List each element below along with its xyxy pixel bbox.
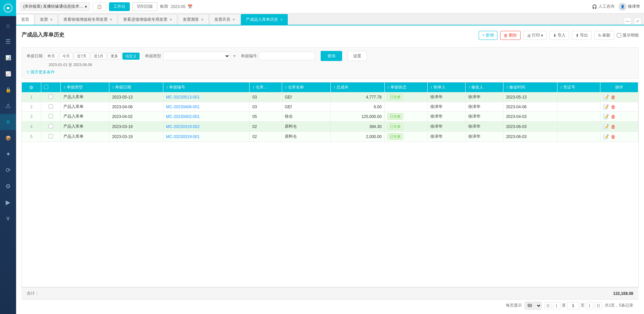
- edit-icon-1[interactable]: 📝: [603, 95, 609, 100]
- page-number-input[interactable]: [567, 302, 579, 309]
- doc-link[interactable]: MC-20230513-001: [166, 95, 200, 100]
- switch-button[interactable]: 切到旧版: [132, 2, 157, 11]
- doc-link[interactable]: MC-20230319-002: [166, 124, 200, 129]
- edit-icon-5[interactable]: 📝: [603, 134, 609, 139]
- delete-icon-2[interactable]: 🗑: [611, 104, 615, 110]
- row-checkbox[interactable]: [49, 95, 53, 99]
- col-type-header[interactable]: ↕ 单据类型: [61, 82, 109, 92]
- tab-calc-close[interactable]: ✕: [201, 18, 204, 21]
- company-selector[interactable]: (库存核算) 直播轻缘通信息技术股份... ▾: [20, 2, 90, 11]
- tab-sales-vat-close[interactable]: ✕: [110, 18, 112, 21]
- next-page-button[interactable]: ⟩: [586, 302, 593, 309]
- row-checkbox[interactable]: [49, 134, 53, 138]
- row-checkbox[interactable]: [49, 114, 53, 118]
- tab-open-close[interactable]: ✕: [232, 18, 235, 21]
- sidebar-item-chart[interactable]: 📈: [0, 66, 16, 82]
- col-modtime-header[interactable]: ↕ 修改时间: [503, 82, 557, 92]
- row-cb-5[interactable]: [41, 132, 61, 142]
- doc-icon-btn[interactable]: 📋: [93, 2, 106, 11]
- workbench-button[interactable]: 工作台: [109, 2, 130, 11]
- quick-7days[interactable]: 近7天: [74, 53, 90, 60]
- col-modifier-header[interactable]: ↕ 修改人: [466, 82, 503, 92]
- sidebar-item-home[interactable]: ⌂: [0, 17, 16, 34]
- col-cb-header[interactable]: [41, 82, 61, 92]
- col-settings-header[interactable]: ⚙: [22, 82, 41, 92]
- query-button[interactable]: 查询: [321, 51, 342, 61]
- col-status-header[interactable]: ↕ 单据状态: [384, 82, 428, 92]
- col-maker-header[interactable]: ↕ 制单人: [428, 82, 466, 92]
- sidebar-item-product[interactable]: 📦: [0, 130, 16, 146]
- tab-input-vat[interactable]: 查看进项增值税专用发票 ✕: [118, 14, 177, 25]
- row-cb-3[interactable]: [41, 112, 61, 122]
- tab-sales-vat[interactable]: 查看销项增值税专用发票 ✕: [58, 14, 117, 25]
- minimize-button[interactable]: —: [624, 17, 631, 25]
- row-checkbox[interactable]: [49, 124, 53, 128]
- sidebar-item-stamp[interactable]: ✦: [0, 146, 16, 162]
- sidebar-item-report[interactable]: 📊: [0, 50, 16, 66]
- edit-icon-2[interactable]: 📝: [603, 104, 609, 110]
- doc-link[interactable]: MC-20230319-001: [166, 134, 200, 139]
- tab-invoice[interactable]: 发票 ✕: [35, 14, 58, 25]
- quick-custom[interactable]: 自定义: [122, 53, 140, 60]
- delete-icon-5[interactable]: 🗑: [611, 134, 615, 139]
- col-wh-header[interactable]: ↕ 仓库...: [250, 82, 282, 92]
- refresh-button[interactable]: ↻ 刷新: [594, 31, 614, 40]
- row-num-link-1[interactable]: MC-20230513-001: [163, 92, 250, 102]
- delete-icon-1[interactable]: 🗑: [611, 95, 615, 100]
- col-num-header[interactable]: ↕ 单据编号: [163, 82, 250, 92]
- tab-home[interactable]: 首页: [16, 14, 34, 25]
- col-whname-header[interactable]: ↕ 仓库名称: [282, 82, 331, 92]
- row-num-link-5[interactable]: MC-20230319-001: [163, 132, 250, 142]
- service-button[interactable]: 🎧 人工咨询: [592, 4, 614, 9]
- row-cb-2[interactable]: [41, 102, 61, 112]
- row-cb-4[interactable]: [41, 122, 61, 132]
- sidebar-item-sync[interactable]: ⟳: [0, 162, 16, 178]
- tab-product-history[interactable]: 产成品入库单历史 ✕: [241, 14, 288, 25]
- delete-icon-4[interactable]: 🗑: [611, 124, 615, 129]
- edit-icon-3[interactable]: 📝: [603, 114, 609, 119]
- sidebar-item-gear[interactable]: ⚙: [0, 178, 16, 194]
- quick-yesterday[interactable]: 昨天: [45, 53, 58, 60]
- edit-icon-4[interactable]: 📝: [603, 124, 609, 129]
- quick-more[interactable]: 更多: [108, 53, 121, 60]
- app-logo[interactable]: [0, 0, 16, 16]
- col-date-header[interactable]: ↕ 单据日期: [109, 82, 163, 92]
- export-button[interactable]: ⬆ 导出: [572, 31, 592, 40]
- sidebar-item-list[interactable]: ≡: [0, 114, 16, 130]
- col-voucher-header[interactable]: ↕ 凭证号: [557, 82, 600, 92]
- first-page-button[interactable]: ⟨⟨: [544, 302, 552, 309]
- tab-invoice-close[interactable]: ✕: [50, 18, 53, 21]
- sidebar-item-lock[interactable]: 🔒: [0, 82, 16, 98]
- quick-today[interactable]: 今天: [59, 53, 73, 60]
- row-cb-1[interactable]: [41, 92, 61, 102]
- prev-page-button[interactable]: ⟨: [553, 302, 560, 309]
- new-button[interactable]: + 新增: [479, 31, 497, 40]
- delete-icon-3[interactable]: 🗑: [611, 114, 615, 119]
- row-num-link-3[interactable]: MC-20230402-001: [163, 112, 250, 122]
- sidebar-item-play[interactable]: ▶: [0, 194, 16, 210]
- last-page-button[interactable]: ⟩⟩: [595, 302, 602, 309]
- doc-link[interactable]: MC-20230402-001: [166, 114, 200, 119]
- delete-button[interactable]: 🗑 删除: [500, 31, 521, 40]
- maximize-button[interactable]: ⤢: [634, 17, 641, 25]
- row-num-link-4[interactable]: MC-20230319-002: [163, 122, 250, 132]
- tab-input-vat-close[interactable]: ✕: [169, 18, 172, 21]
- doc-link[interactable]: MC-20230406-001: [166, 105, 200, 109]
- set-button[interactable]: 设置: [347, 51, 367, 61]
- type-select[interactable]: [163, 52, 230, 60]
- import-button[interactable]: ⬇ 导入: [549, 31, 569, 40]
- tab-open[interactable]: 发票开具 ✕: [209, 14, 240, 25]
- quick-1month[interactable]: 近1月: [91, 53, 106, 60]
- user-info[interactable]: 👤 徐泽华: [619, 3, 640, 11]
- page-size-select[interactable]: 50 20 100 200: [525, 302, 542, 310]
- calendar-icon[interactable]: 📅: [187, 4, 193, 9]
- tab-calc[interactable]: 发票测算 ✕: [178, 14, 209, 25]
- print-button[interactable]: 🖨 打印 ▾: [523, 31, 547, 40]
- tab-product-history-close[interactable]: ✕: [280, 18, 283, 21]
- sidebar-item-v[interactable]: V: [0, 210, 16, 227]
- row-checkbox[interactable]: [49, 104, 53, 109]
- show-detail-checkbox[interactable]: 显示明细: [617, 33, 639, 38]
- header-checkbox[interactable]: [44, 85, 48, 89]
- col-cost-header[interactable]: ↕ 总成本: [330, 82, 384, 92]
- row-num-link-2[interactable]: MC-20230406-001: [163, 102, 250, 112]
